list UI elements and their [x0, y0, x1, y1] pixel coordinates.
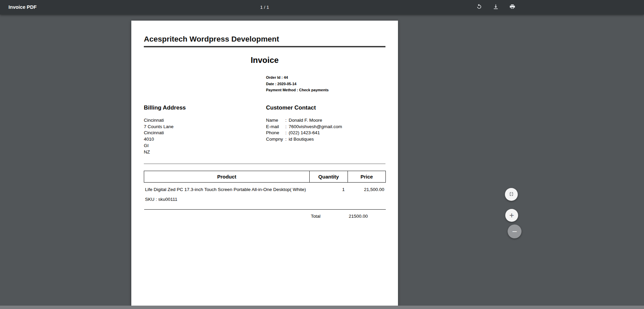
quantity-column-header: Quantity	[310, 171, 348, 182]
invoice-title: Invoice	[144, 56, 385, 64]
fit-to-page-icon	[508, 191, 515, 198]
payment-method-line: Payment Method : Check payments	[266, 87, 385, 93]
contact-label: E-mail	[266, 124, 285, 130]
pdf-page: Acespritech Wordpress Development Invoic…	[131, 21, 398, 309]
zoom-out-icon: −	[512, 227, 517, 236]
contact-label: Phone	[266, 130, 285, 136]
billing-address-section: Billing Address Cincinnati 7 Counts Lane…	[144, 105, 266, 156]
print-icon	[509, 3, 516, 11]
table-row: Life Digital Zed PC 17.3-inch Touch Scre…	[144, 182, 386, 209]
contact-separator: :	[285, 124, 289, 130]
page-indicator[interactable]: 1 / 1	[238, 0, 292, 15]
address-columns: Billing Address Cincinnati 7 Counts Lane…	[144, 105, 385, 156]
table-header-row: Product Quantity Price	[144, 171, 386, 182]
contact-row: Compny : id Boutiques	[266, 136, 385, 143]
contact-row: E-mail : 7600vishvesh@gmail.com	[266, 124, 385, 130]
header-divider	[144, 46, 385, 47]
order-date-line: Date : 2020-05-14	[266, 81, 385, 87]
billing-line: 4010	[144, 136, 266, 143]
quantity-cell: 1	[310, 182, 348, 209]
zoom-out-button[interactable]: −	[508, 224, 521, 238]
rotate-icon	[476, 3, 483, 11]
fit-page-button[interactable]	[505, 188, 518, 201]
download-button[interactable]	[492, 4, 499, 11]
items-table: Product Quantity Price Life Digital Zed …	[144, 171, 386, 219]
contact-rows: Name : Donald F. Moore E-mail : 7600vish…	[266, 117, 385, 143]
contact-row: Name : Donald F. Moore	[266, 117, 385, 124]
contact-value: Donald F. Moore	[289, 117, 385, 124]
contact-label: Compny	[266, 136, 285, 143]
product-sku: SKU : sku00111	[145, 197, 308, 202]
product-name: Life Digital Zed PC 17.3-inch Touch Scre…	[145, 187, 308, 192]
product-column-header: Product	[144, 171, 310, 182]
billing-line: NZ	[144, 149, 266, 156]
total-spacer	[144, 209, 310, 219]
total-row: Total 21500.00	[144, 209, 386, 219]
billing-line: 7 Counts Lane	[144, 124, 266, 130]
zoom-in-icon: +	[509, 211, 514, 219]
section-divider	[144, 164, 385, 164]
total-value: 21500.00	[348, 209, 386, 219]
contact-heading: Customer Contact	[266, 105, 385, 111]
contact-separator: :	[285, 130, 289, 136]
zoom-in-button[interactable]: +	[505, 209, 518, 222]
order-id-line: Order Id : 44	[266, 74, 385, 81]
billing-line: GI	[144, 143, 266, 149]
price-cell: 21,500.00	[348, 182, 386, 209]
toolbar-actions	[475, 0, 516, 15]
rotate-button[interactable]	[475, 4, 483, 11]
contact-value: (022) 1423-641	[289, 130, 385, 136]
price-column-header: Price	[348, 171, 386, 182]
contact-row: Phone : (022) 1423-641	[266, 130, 385, 136]
document-title: Invoice PDF	[8, 0, 37, 15]
customer-contact-section: Customer Contact Name : Donald F. Moore …	[266, 105, 385, 156]
contact-label: Name	[266, 117, 285, 124]
product-cell: Life Digital Zed PC 17.3-inch Touch Scre…	[144, 182, 310, 209]
billing-lines: Cincinnati 7 Counts Lane Cincinnati 4010…	[144, 117, 266, 156]
viewer-canvas: Acespritech Wordpress Development Invoic…	[0, 15, 644, 309]
billing-line: Cincinnati	[144, 117, 266, 124]
contact-value: id Boutiques	[289, 136, 385, 143]
pdf-toolbar: Invoice PDF 1 / 1	[0, 0, 644, 15]
order-meta: Order Id : 44 Date : 2020-05-14 Payment …	[266, 74, 385, 93]
company-name: Acespritech Wordpress Development	[144, 35, 385, 43]
print-button[interactable]	[509, 4, 516, 11]
contact-value: 7600vishvesh@gmail.com	[289, 124, 385, 130]
billing-line: Cincinnati	[144, 130, 266, 136]
contact-separator: :	[285, 117, 289, 124]
download-icon	[492, 3, 499, 11]
total-label: Total	[310, 209, 348, 219]
billing-heading: Billing Address	[144, 105, 266, 111]
horizontal-scrollbar[interactable]	[0, 306, 644, 309]
contact-separator: :	[285, 136, 289, 143]
